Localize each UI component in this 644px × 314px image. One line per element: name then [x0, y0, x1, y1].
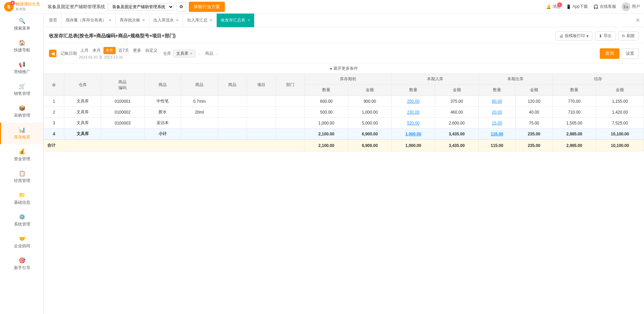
cell-in-amt: 460.00 — [435, 107, 479, 118]
cell-in-amt: 375.00 — [435, 96, 479, 107]
date-filters: 上月 本月 本年 近7天 更多 自定义 2023-01-01 至 2023-12… — [79, 47, 159, 60]
product-more[interactable]: ... — [215, 51, 219, 56]
tab-stock-dist[interactable]: 现存量（库存分布表） ✕ — [62, 14, 116, 27]
refresh-button[interactable]: ↻ 刷新 — [618, 31, 639, 40]
online-service-item[interactable]: 🎧 在线客服 — [593, 4, 616, 10]
date-more[interactable]: 更多 — [132, 47, 143, 54]
cell-bal-amt: 7,525.00 — [596, 118, 644, 129]
sidebar-item-enterprise[interactable]: 🤝 企业协同 — [0, 231, 43, 253]
cell-bal-qty: 710.00 — [552, 107, 596, 118]
sidebar-item-sales[interactable]: 🛒 销售管理 — [0, 79, 43, 101]
operations-icon: 📋 — [19, 170, 26, 177]
sidebar-item-system[interactable]: ⚙️ 系统管理 — [0, 210, 43, 231]
chevron-down-icon: ▾ — [587, 34, 589, 38]
cell-in-amt: 2,600.00 — [435, 118, 479, 129]
footer-label: 合计 — [44, 139, 305, 151]
sidebar-item-inventory[interactable]: 📊 库存核算 — [0, 122, 43, 144]
out-qty-link[interactable]: 15.00 — [492, 121, 502, 126]
date-label: 记账日期 — [61, 51, 77, 56]
cell-open-amt: 900.00 — [348, 96, 392, 107]
logo-icon: 6 6 — [4, 2, 14, 12]
warehouse-more[interactable]: ... — [198, 51, 201, 56]
cell-dept — [276, 96, 304, 107]
tab-recv-send[interactable]: 收发存汇总表 ✕ — [217, 14, 254, 27]
th-project: 项目 — [247, 74, 276, 96]
sidebar-item-finance[interactable]: 💰 资金管理 — [0, 144, 43, 166]
tab-batch[interactable]: 库存批次账 ✕ — [116, 14, 149, 27]
cell-product2 — [218, 96, 247, 107]
in-qty-link[interactable]: 230.00 — [407, 110, 419, 115]
in-qty-link[interactable]: 1,000.00 — [405, 132, 421, 136]
sidebar-item-guide[interactable]: 🎯 新手引导 — [0, 253, 43, 275]
tab-inout-summary[interactable]: 出入库汇总 ✕ — [183, 14, 217, 27]
sidebar-item-purchase[interactable]: 📦 采购管理 — [0, 101, 43, 122]
app-download-label: App下载 — [573, 4, 588, 10]
th-settings[interactable]: ⚙ — [44, 74, 64, 96]
in-qty-link[interactable]: 520.00 — [407, 121, 419, 126]
cell-code — [101, 129, 144, 140]
sidebar-label-operations: 经营管理 — [14, 178, 30, 184]
set-button[interactable]: 设置 — [622, 48, 639, 59]
tab-home[interactable]: 首页 — [45, 14, 62, 27]
tab-batch-close[interactable]: ✕ — [142, 18, 145, 22]
cell-out-amt: 40.00 — [515, 107, 552, 118]
th-product3: 商品 — [218, 74, 247, 96]
date-this-month[interactable]: 本月 — [91, 47, 102, 54]
th-bal-amt: 金额 — [596, 84, 644, 96]
tab-recv-send-close[interactable]: ✕ — [247, 18, 250, 22]
cell-spec: 20ml — [181, 107, 218, 118]
tab-bar: 首页 现存量（库存分布表） ✕ 库存批次账 ✕ 出入库流水 ✕ 出入库汇总 ✕ … — [44, 14, 644, 27]
basicinfo-icon: 📁 — [19, 192, 26, 198]
cell-product: 小计 — [144, 129, 181, 140]
app-download-item[interactable]: 📱 App下载 — [566, 4, 588, 10]
date-custom[interactable]: 自定义 — [144, 47, 159, 54]
th-in-amt: 金额 — [435, 84, 479, 96]
cell-open-qty: 600.00 — [304, 96, 348, 107]
warehouse-tag[interactable]: 文具库 ✕ — [173, 50, 196, 57]
trial-button[interactable]: 体验行业方案 — [189, 2, 225, 12]
in-qty-link[interactable]: 250.00 — [407, 99, 419, 104]
sidebar: 🔍 搜索菜单 🏠 快捷导航 📢 营销推广 🛒 销售管理 📦 采购管理 📊 库存核… — [0, 14, 44, 314]
sidebar-item-basic-info[interactable]: 📁 基础信息 — [0, 188, 43, 210]
sidebar-item-search[interactable]: 🔍 搜索菜单 — [0, 14, 43, 35]
expand-conditions-button[interactable]: ▾ 展开更多条件 — [330, 66, 358, 71]
date-7days[interactable]: 近7天 — [117, 47, 130, 54]
avatar: Ea — [622, 2, 630, 11]
out-qty-link[interactable]: 115.00 — [491, 132, 503, 136]
tab-inout-flow-close[interactable]: ✕ — [176, 18, 179, 22]
print-button[interactable]: 🖨 按模板打印 ▾ — [556, 31, 592, 40]
tab-inout-flow[interactable]: 出入库流水 ✕ — [149, 14, 183, 27]
expand-label: 展开更多条件 — [333, 66, 358, 71]
system-dropdown[interactable]: 装备及固定资产辅助管理系统 — [108, 3, 174, 11]
cell-open-qty: 1,000.00 — [304, 118, 348, 129]
page-content: 收发存汇总表(按仓库+商品编码+商品+规格型号+项目+部门) 🖨 按模板打印 ▾… — [44, 27, 644, 314]
user-item[interactable]: Ea 用户 — [622, 2, 640, 11]
tab-inout-summary-close[interactable]: ✕ — [210, 18, 212, 22]
sidebar-item-marketing[interactable]: 📢 营销推广 — [0, 57, 43, 79]
out-qty-link[interactable]: 80.00 — [492, 99, 502, 104]
filter-collapse-button[interactable]: ◀ — [49, 50, 56, 57]
product-filter-group: 商品 ... — [205, 51, 219, 56]
footer-open-amt: 6,900.00 — [348, 139, 392, 151]
out-qty-link[interactable]: 20.00 — [492, 110, 502, 115]
cell-dept — [276, 118, 304, 129]
query-button[interactable]: 查询 — [600, 48, 620, 59]
headset-icon: 🎧 — [593, 4, 598, 9]
export-button[interactable]: ⬆ 导出 — [595, 31, 615, 40]
tab-bar-close-all[interactable]: ✕ — [631, 17, 644, 23]
settings-button[interactable]: ⚙ — [177, 2, 186, 12]
sidebar-item-quick-nav[interactable]: 🏠 快捷导航 — [0, 35, 43, 57]
refresh-label: 刷新 — [627, 33, 635, 39]
date-this-year[interactable]: 本年 — [103, 47, 116, 54]
tab-batch-label: 库存批次账 — [120, 17, 140, 23]
sidebar-label-enterprise: 企业协同 — [14, 243, 30, 249]
header-actions: 🖨 按模板打印 ▾ ⬆ 导出 ↻ 刷新 — [556, 31, 639, 40]
date-prev-month[interactable]: 上月 — [79, 47, 90, 54]
cell-bal-amt: 1,420.00 — [596, 107, 644, 118]
sidebar-item-operations[interactable]: 📋 经营管理 — [0, 166, 43, 188]
top-bar: 6 6 畅捷通好生意 标准版 装备及固定资产辅助管理系统 装备及固定资产辅助管理… — [0, 0, 644, 14]
notification-item[interactable]: 🔔 消息 6 — [546, 4, 561, 10]
cell-code: 0100002 — [101, 107, 144, 118]
tab-stock-dist-close[interactable]: ✕ — [109, 18, 111, 22]
warehouse-tag-remove[interactable]: ✕ — [190, 52, 193, 55]
